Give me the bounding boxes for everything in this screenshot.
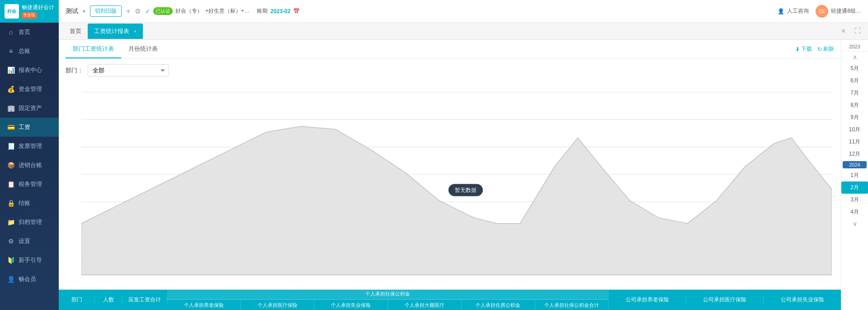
month-feb-2024[interactable]: 2月 (841, 181, 868, 194)
invoice-icon: 🧾 (7, 143, 15, 150)
col-housing-fund: 个人承担住房公积金 (462, 300, 535, 310)
subtabs: 部门工资统计表 月份统计表 ⬇ 下载 ↻ 刷新 (59, 40, 841, 59)
home-icon: ⌂ (7, 29, 15, 36)
month-sep[interactable]: 9月 (841, 111, 868, 124)
month-jan-2024[interactable]: 1月 (841, 169, 868, 181)
switch-old-version-button[interactable]: 切到旧版 (90, 5, 122, 17)
month-jul[interactable]: 7月 (841, 87, 868, 99)
sidebar-item-settings[interactable]: ⚙ 设置 (0, 232, 59, 251)
archive-icon: 📁 (7, 219, 15, 226)
col-pension: 个人承担养老保险 (167, 300, 241, 310)
member-icon: 👤 (7, 276, 15, 283)
content-wrapper: 部门工资统计表 月份统计表 ⬇ 下载 ↻ 刷新 (59, 40, 868, 310)
dept-filter-label: 部门： (66, 67, 83, 75)
sidebar-item-guide[interactable]: 🔰 新手引导 (0, 251, 59, 270)
sidebar-item-home[interactable]: ⌂ 首页 (0, 23, 59, 42)
guide-icon: 🔰 (7, 257, 15, 264)
topbar: 测试 ▾ 切到旧版 + ⚙ ✓ 已认证 好会（专） +好生意（标）+… 账期 2… (59, 0, 868, 23)
funds-icon: 💰 (7, 86, 15, 93)
col-dept: 部门 (59, 296, 95, 304)
topbar-right: 👤 人工咨询 CE 轻捷通8组… (778, 5, 861, 18)
group-label: 个人承担社保公积金 (167, 290, 608, 300)
scroll-up-arrow[interactable]: ∧ (851, 52, 859, 62)
app-logo: 好会 畅捷通好会计 专业版 (0, 0, 59, 23)
sidebar-item-ledger[interactable]: ≡ 总账 (0, 42, 59, 61)
tab-home[interactable]: 首页 (63, 24, 88, 39)
main-panel: 部门工资统计表 月份统计表 ⬇ 下载 ↻ 刷新 (59, 40, 841, 310)
month-apr-2024[interactable]: 4月 (841, 206, 868, 218)
maximize-window-icon[interactable]: ⛶ (852, 26, 863, 36)
month-aug[interactable]: 8月 (841, 99, 868, 111)
dept-filter-select[interactable]: 全部 研发部 销售部 财务部 行政部 (88, 64, 169, 76)
sidebar-item-assets[interactable]: 🏢 固定资产 (0, 99, 59, 118)
add-icon[interactable]: + (126, 7, 130, 15)
group-sub-cols: 个人承担养老保险 个人承担医疗保险 个人承担失业保险 个人承担大额医疗 个人承担… (167, 300, 608, 310)
month-jun[interactable]: 6月 (841, 75, 868, 87)
sales-icon: 📦 (7, 162, 15, 169)
year-label-2023: 2023 (841, 42, 868, 52)
group-individual-insurance: 个人承担社保公积金 个人承担养老保险 个人承担医疗保险 个人承担失业保险 个人承… (167, 290, 609, 310)
chart-tooltip: 暂无数据 (448, 184, 483, 196)
month-nov[interactable]: 11月 (841, 136, 868, 148)
col-major-medical: 个人承担大额医疗 (388, 300, 462, 310)
status-good: 好会（专） (175, 7, 203, 15)
col-company-pension: 公司承担养老保险 (609, 296, 686, 304)
settings-icon[interactable]: ⚙ (135, 7, 141, 15)
service-icon: 👤 (778, 8, 784, 14)
col-unemployment: 个人承担失业保险 (314, 300, 388, 310)
subtab-dept[interactable]: 部门工资统计表 (66, 40, 121, 58)
sidebar-item-archive[interactable]: 📁 归档管理 (0, 213, 59, 232)
ledger-icon: ≡ (7, 48, 15, 55)
topbar-status: ✓ 已认证 好会（专） +好生意（标）+… 账期 2023-02 📅 (145, 7, 300, 15)
sidebar-item-funds[interactable]: 💰 资金管理 (0, 80, 59, 99)
sidebar-item-sales[interactable]: 📦 进销台账 (0, 156, 59, 175)
month-may[interactable]: 5月 (841, 62, 868, 75)
month-dec[interactable]: 12月 (841, 148, 868, 160)
col-individual-total: 个人承担社保公积金合计 (535, 300, 609, 310)
settings-icon: ⚙ (7, 238, 15, 245)
scroll-down-arrow[interactable]: ∨ (851, 218, 859, 229)
tab-close-icon[interactable]: × (134, 29, 137, 34)
sidebar-item-closing[interactable]: 🔒 结账 (0, 194, 59, 213)
closing-icon: 🔒 (7, 200, 15, 207)
chart-area: 350 300 250 200 150 100 50 0 暂无数据 (59, 82, 841, 290)
topbar-dropdown-arrow[interactable]: ▾ (83, 8, 85, 14)
sidebar-item-invoice[interactable]: 🧾 发票管理 (0, 137, 59, 156)
sidebar-item-salary[interactable]: 💳 工资 (0, 118, 59, 137)
reports-icon: 📊 (7, 67, 15, 74)
sidebar-item-tax[interactable]: 📋 税务管理 (0, 175, 59, 194)
user-service[interactable]: 👤 人工咨询 (778, 7, 809, 15)
content-area: 部门工资统计表 月份统计表 ⬇ 下载 ↻ 刷新 (59, 40, 841, 310)
col-company-medical: 公司承担医疗保险 (686, 296, 764, 304)
tab-salary-report[interactable]: 工资统计报表 × (88, 24, 143, 39)
download-button[interactable]: ⬇ 下载 (795, 45, 812, 53)
main-content: 测试 ▾ 切到旧版 + ⚙ ✓ 已认证 好会（专） +好生意（标）+… 账期 2… (59, 0, 868, 310)
right-panel: 2023 ∧ 5月 6月 7月 8月 9月 10月 11月 12月 2024 1… (841, 40, 868, 310)
logo-text: 畅捷通好会计 专业版 (22, 4, 54, 18)
refresh-icon: ↻ (817, 46, 822, 52)
user-profile[interactable]: CE 轻捷通8组… (816, 5, 861, 18)
close-window-icon[interactable]: × (839, 26, 848, 36)
col-medical: 个人承担医疗保险 (241, 300, 315, 310)
col-total-salary: 应发工资合计 (122, 296, 167, 304)
topbar-title: 测试 (66, 7, 78, 15)
calendar-icon[interactable]: 📅 (293, 8, 300, 14)
sidebar-item-member[interactable]: 👤 畅会员 (0, 270, 59, 289)
month-oct[interactable]: 10月 (841, 124, 868, 136)
refresh-button[interactable]: ↻ 刷新 (817, 45, 834, 53)
logo-icon: 好会 (5, 4, 19, 19)
subtab-monthly[interactable]: 月份统计表 (121, 40, 165, 58)
certified-badge: 已认证 (153, 7, 173, 15)
tabbar: 首页 工资统计报表 × × ⛶ (59, 23, 868, 40)
sidebar-item-reports[interactable]: 📊 报表中心 (0, 61, 59, 80)
month-mar-2024[interactable]: 3月 (841, 194, 868, 206)
subtabs-actions: ⬇ 下载 ↻ 刷新 (795, 45, 834, 53)
period-label: 账期 (257, 7, 268, 15)
col-company-unemployment: 公司承担失业保险 (764, 296, 841, 304)
user-avatar: CE (816, 5, 828, 18)
tax-icon: 📋 (7, 181, 15, 188)
sidebar: 好会 畅捷通好会计 专业版 ⌂ 首页 ≡ 总账 📊 报表中心 💰 资金管理 🏢 … (0, 0, 59, 310)
year-label-2024: 2024 (843, 161, 867, 168)
salary-icon: 💳 (7, 124, 15, 131)
col-headcount: 人数 (95, 296, 122, 304)
